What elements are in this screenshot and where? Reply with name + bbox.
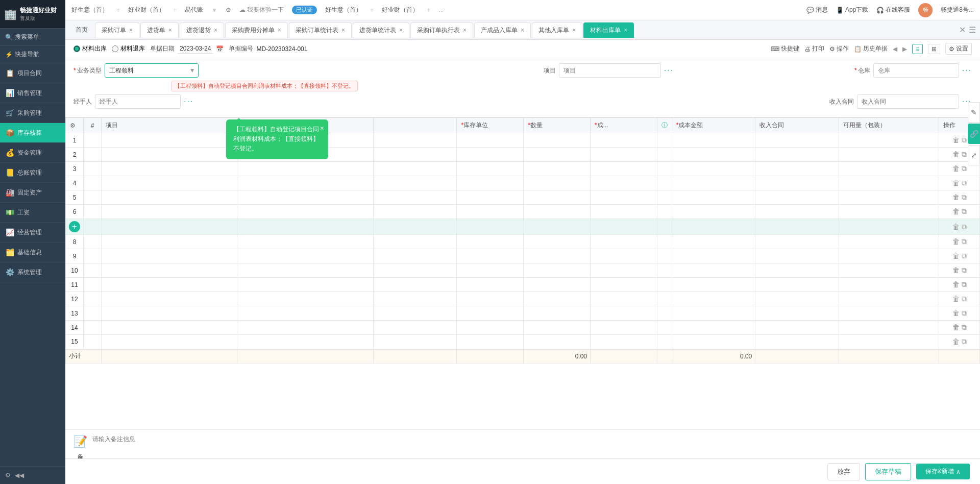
- copy-row-icon[interactable]: ⧉: [962, 207, 967, 216]
- tab-close-purchase-expense[interactable]: ×: [278, 27, 281, 34]
- date-value[interactable]: 2023-03-24: [178, 44, 213, 54]
- app-download-btn[interactable]: 📱 App下载: [836, 6, 868, 14]
- copy-row-icon[interactable]: ⧉: [962, 136, 967, 144]
- search-menu[interactable]: 🔍 搜索菜单: [0, 29, 65, 46]
- tab-home[interactable]: 首页: [69, 22, 94, 38]
- delete-row-icon[interactable]: 🗑: [952, 237, 960, 246]
- copy-row-icon[interactable]: ⧉: [962, 280, 967, 289]
- quick-nav[interactable]: ⚡ 快捷导航: [0, 46, 65, 63]
- tab-purchase-expense[interactable]: 采购费用分摊单 ×: [225, 22, 288, 38]
- tab-purchase-stats[interactable]: 采购订单统计表 ×: [289, 22, 352, 38]
- copy-row-icon[interactable]: ⧉: [962, 237, 967, 246]
- delete-row-icon[interactable]: 🗑: [952, 136, 960, 144]
- user-avatar[interactable]: 畅: [918, 3, 933, 17]
- tab-list-icon[interactable]: ☰: [969, 25, 976, 35]
- sidebar-item-system[interactable]: ⚙️ 系统管理: [0, 262, 65, 282]
- discard-btn[interactable]: 放弃: [827, 463, 860, 480]
- business-type-input[interactable]: [105, 63, 199, 78]
- sidebar-item-assets[interactable]: 🏭 固定资产: [0, 183, 65, 203]
- shortcut-btn[interactable]: ⌨ 快捷键: [771, 44, 799, 53]
- copy-row-icon[interactable]: ⧉: [962, 323, 967, 332]
- settings-form-btn[interactable]: ⚙ 设置: [945, 43, 972, 55]
- row7-project-input[interactable]: [105, 223, 234, 230]
- tooltip-close-btn[interactable]: ×: [320, 123, 324, 134]
- tab-incoming[interactable]: 进货单 ×: [140, 22, 179, 38]
- th-settings[interactable]: ⚙: [66, 118, 84, 133]
- sidebar-bottom[interactable]: ⚙ ◀◀: [0, 466, 65, 484]
- message-btn[interactable]: 💬 消息: [806, 6, 828, 14]
- handler-input[interactable]: [95, 94, 181, 109]
- settings-col-icon[interactable]: ⚙: [70, 122, 76, 129]
- save-new-btn[interactable]: 保存&新增 ∧: [916, 464, 970, 479]
- sidebar-item-finance[interactable]: 💰 资金管理: [0, 143, 65, 163]
- tab-close-incoming[interactable]: ×: [168, 27, 172, 34]
- prev-icon[interactable]: ◀: [893, 45, 897, 53]
- side-link-icon[interactable]: 🔗: [968, 124, 980, 144]
- side-expand-icon[interactable]: ⤢: [968, 145, 980, 165]
- radio-material-return[interactable]: 材料退库: [112, 44, 145, 53]
- tab-finished-goods[interactable]: 产成品入库单 ×: [474, 22, 531, 38]
- copy-row-icon[interactable]: ⧉: [962, 309, 967, 318]
- tab-close-finished-goods[interactable]: ×: [521, 27, 524, 34]
- add-row-btn[interactable]: +: [69, 221, 80, 232]
- delete-row-icon[interactable]: 🗑: [952, 179, 960, 187]
- sidebar-item-operations[interactable]: 📈 经营管理: [0, 223, 65, 243]
- delete-row-icon[interactable]: 🗑: [952, 323, 960, 332]
- handler-dots-icon[interactable]: ···: [184, 97, 193, 106]
- print-btn[interactable]: 🖨 打印: [804, 44, 824, 53]
- tab-close-incoming-return[interactable]: ×: [214, 27, 217, 34]
- project-input[interactable]: [559, 63, 661, 78]
- tab-close-purchase-order[interactable]: ×: [129, 27, 133, 34]
- topbar-biz2[interactable]: 好生意（首）: [325, 6, 362, 14]
- delete-row-icon[interactable]: 🗑: [952, 164, 960, 173]
- sidebar-item-inventory[interactable]: 📦 库存核算: [0, 123, 65, 143]
- topbar-experience[interactable]: ☁ 我要体验一下: [239, 6, 284, 14]
- sidebar-item-purchase[interactable]: 🛒 采购管理: [0, 103, 65, 123]
- delete-row-icon[interactable]: 🗑: [952, 223, 960, 231]
- warehouse-dots-icon[interactable]: ···: [962, 66, 972, 75]
- delete-row-icon[interactable]: 🗑: [952, 309, 960, 318]
- topbar-easy-agent[interactable]: 易代账: [185, 6, 203, 14]
- tab-close-material-outbound[interactable]: ×: [624, 27, 627, 34]
- gear-settings-icon[interactable]: ⚙: [226, 7, 231, 14]
- side-edit-icon[interactable]: ✎: [968, 102, 980, 123]
- list-view-btn[interactable]: ≡: [912, 44, 923, 54]
- copy-row-icon[interactable]: ⧉: [962, 266, 967, 275]
- tab-close-all-icon[interactable]: ✕: [959, 25, 966, 35]
- topbar-more[interactable]: ...: [438, 7, 444, 14]
- copy-row-icon[interactable]: ⧉: [962, 223, 967, 231]
- copy-row-icon[interactable]: ⧉: [962, 252, 967, 260]
- copy-row-icon[interactable]: ⧉: [962, 164, 967, 173]
- tab-material-outbound[interactable]: 材料出库单 ×: [583, 22, 634, 38]
- tab-incoming-return[interactable]: 进货退货 ×: [180, 22, 224, 38]
- tab-other-inbound[interactable]: 其他入库单 ×: [532, 22, 582, 38]
- tab-purchase-exec[interactable]: 采购订单执行表 ×: [410, 22, 473, 38]
- topbar-wealth2[interactable]: 好业财（首）: [382, 6, 419, 14]
- info-icon[interactable]: ⓘ: [662, 122, 668, 129]
- sidebar-item-project[interactable]: 📋 项目合同: [0, 63, 65, 83]
- collapse-icon[interactable]: ◀◀: [15, 472, 24, 479]
- delete-row-icon[interactable]: 🗑: [952, 207, 960, 216]
- project-dots-icon[interactable]: ···: [664, 66, 674, 75]
- tab-close-incoming-stats[interactable]: ×: [399, 27, 403, 34]
- operation-btn[interactable]: ⚙ 操作: [829, 44, 849, 53]
- copy-row-icon[interactable]: ⧉: [962, 337, 967, 346]
- copy-row-icon[interactable]: ⧉: [962, 193, 967, 202]
- delete-row-icon[interactable]: 🗑: [952, 280, 960, 289]
- topbar-good-biz[interactable]: 好生意（首）: [71, 6, 108, 14]
- grid-view-btn[interactable]: ⊞: [928, 44, 940, 54]
- delete-row-icon[interactable]: 🗑: [952, 150, 960, 159]
- copy-row-icon[interactable]: ⧉: [962, 295, 967, 303]
- delete-row-icon[interactable]: 🗑: [952, 337, 960, 346]
- notes-input[interactable]: [92, 435, 972, 450]
- sidebar-item-sales[interactable]: 📊 销售管理: [0, 83, 65, 103]
- topbar-good-wealth[interactable]: 好业财（首）: [128, 6, 165, 14]
- delete-row-icon[interactable]: 🗑: [952, 193, 960, 202]
- save-draft-btn[interactable]: 保存草稿: [865, 463, 911, 480]
- tab-close-other-inbound[interactable]: ×: [572, 27, 576, 34]
- tab-purchase-order[interactable]: 采购订单 ×: [95, 22, 139, 38]
- sidebar-item-accounting[interactable]: 📒 总账管理: [0, 163, 65, 183]
- tab-incoming-stats[interactable]: 进货单统计表 ×: [353, 22, 409, 38]
- sidebar-item-salary[interactable]: 💵 工资: [0, 203, 65, 223]
- delete-row-icon[interactable]: 🗑: [952, 295, 960, 303]
